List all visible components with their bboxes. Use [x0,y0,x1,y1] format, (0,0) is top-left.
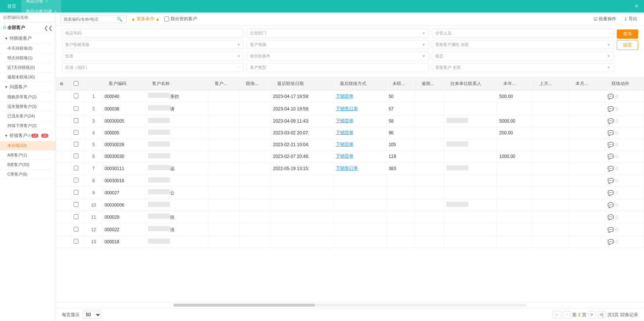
row-checkbox[interactable] [74,227,78,232]
row-checkbox[interactable] [74,166,78,170]
col-header-this_month[interactable]: ⋮本月... [569,78,605,90]
grid-action-icon[interactable]: ⁝⁝ [615,190,618,196]
next-page-btn[interactable]: > [588,311,596,318]
select-all-checkbox[interactable] [74,81,78,86]
col-header-contact[interactable]: ⋮联络... [239,78,271,90]
batch-operation-btn[interactable]: ☑ 批量操作 [591,15,619,23]
last-method-link[interactable]: 下销售订单 [336,166,358,171]
last-method-link[interactable]: 下销货单 [336,154,353,159]
grid-action-icon[interactable]: ⁝⁝ [615,106,618,112]
chat-icon[interactable]: 💬 [608,190,614,196]
col-header-code[interactable]: ⋮客户编码 [102,78,146,90]
row-checkbox-cell[interactable] [71,139,85,151]
col-header-action[interactable]: ⋮联络动作 [605,78,644,90]
grid-action-icon[interactable]: ⁝⁝ [615,166,618,172]
row-checkbox-cell[interactable] [71,175,85,187]
my-customers-checkbox[interactable] [164,17,169,21]
prev-page-btn[interactable]: < [563,311,571,318]
row-checkbox-cell[interactable] [71,103,85,115]
filter-field-2-2[interactable]: 状态▼ [432,52,614,61]
grid-action-icon[interactable]: ⁝⁝ [615,239,618,245]
grid-action-icon[interactable]: ⁝⁝ [615,118,618,124]
sidebar-item-_______3_[interactable]: 流失预警客户(3) [0,102,56,112]
row-checkbox[interactable] [74,142,78,147]
my-customers-filter[interactable]: 我分管的客户 [164,16,197,22]
row-checkbox[interactable] [74,214,78,219]
chat-icon[interactable]: 💬 [608,118,614,124]
tab-close-icon[interactable]: × [46,0,48,3]
col-header-this_year[interactable]: ⋮本年... [497,78,533,90]
sidebar-item-B____33_[interactable]: B类客户(33) [0,160,56,170]
last-method-link[interactable]: 下销售订单 [336,106,358,111]
row-checkbox[interactable] [74,178,78,183]
row-checkbox-cell[interactable] [71,236,85,248]
sidebar-item-_7_____0_[interactable]: 近7天待联络(0) [0,63,56,73]
row-checkbox[interactable] [74,239,78,244]
chat-icon[interactable]: 💬 [608,214,614,220]
grid-action-icon[interactable]: ⁝⁝ [615,142,618,148]
grid-action-icon[interactable]: ⁝⁝ [615,130,618,136]
chat-icon[interactable]: 💬 [608,202,614,208]
sidebar-item-____32_[interactable]: 未分组(32) [0,141,56,151]
nav-tab-analysis[interactable]: 商品分析× [21,0,61,6]
grid-action-icon[interactable]: ⁝⁝ [615,202,618,208]
horizontal-scroll-area[interactable] [56,302,644,308]
last-method-link[interactable]: 下销货单 [336,142,353,147]
row-checkbox-cell[interactable] [71,127,85,139]
filter-field-2-1[interactable]: 收付款条件▼ [247,52,429,61]
sidebar-group-value[interactable]: ▼价值客户↺1616 [0,131,56,141]
col-header-checkbox[interactable] [71,78,85,90]
scrollbar-thumb[interactable] [173,304,314,307]
sidebar-item-_______2_[interactable]: 囤购异常客户(2) [0,92,56,102]
sidebar-item-______30_[interactable]: 逾期未联络(30) [0,73,56,82]
row-checkbox[interactable] [74,94,78,98]
sidebar-item-______0_[interactable]: 今天待联络(0) [0,44,56,53]
filter-field-1-0[interactable]: 客户价格等级▼ [62,40,244,49]
page-size-select[interactable]: 50 100 200 [82,311,101,319]
sidebar-item-______24_[interactable]: 已流失客户(24) [0,112,56,121]
row-checkbox-cell[interactable] [71,90,85,103]
filter-search-input[interactable] [64,17,115,21]
collapse-icon[interactable]: ❮❮ [44,25,53,31]
chat-icon[interactable]: 💬 [608,130,614,136]
row-checkbox[interactable] [74,118,78,123]
sidebar-all-customers[interactable]: ⁝⁝ 全部客户 ❮❮ [0,22,56,33]
col-header-row_num[interactable]: ⋮ [85,78,102,90]
sidebar-item-A____1_[interactable]: A类客户(1) [0,151,56,160]
row-checkbox-cell[interactable] [71,223,85,236]
row-checkbox-cell[interactable] [71,162,85,175]
row-checkbox[interactable] [74,130,78,135]
close-all-icon[interactable]: × [632,3,641,10]
col-header-last_date[interactable]: ⋮最后联络日期 [271,78,333,90]
row-checkbox-cell[interactable] [71,211,85,223]
filter-search-box[interactable]: 🔍 [60,15,127,23]
filter-field-1-2[interactable]: 零散客户属性 全部▼ [432,40,614,49]
filter-field-0-0[interactable]: 电话号码 [62,29,244,38]
filter-field-3-0[interactable]: 区域（地区）··· [62,63,244,72]
row-checkbox[interactable] [74,154,78,158]
grid-action-icon[interactable]: ⁝⁝ [615,94,618,99]
last-method-link[interactable]: 下销货单 [336,118,353,123]
filter-field-0-1[interactable]: 分管部门▼ [247,29,429,38]
row-checkbox-cell[interactable] [71,187,85,199]
chat-icon[interactable]: 💬 [608,94,614,99]
reset-button[interactable]: 设置 [617,40,638,50]
grid-action-icon[interactable]: ⁝⁝ [615,178,618,184]
col-header-liaison[interactable]: ⋮往来单位联系人 [444,78,497,90]
sidebar-item-_______2_[interactable]: 持续下滑客户(2) [0,121,56,131]
last-page-btn[interactable]: >| [597,311,606,318]
chat-icon[interactable]: 💬 [608,178,614,184]
sidebar-item-C____6_[interactable]: C类客户(6) [0,170,56,179]
settings-icon[interactable]: ⚙ [60,81,64,87]
row-checkbox-cell[interactable] [71,115,85,127]
grid-action-icon[interactable]: ⁝⁝ [615,227,618,233]
chat-icon[interactable]: 💬 [608,239,614,245]
scrollbar-track[interactable] [173,304,526,307]
row-checkbox[interactable] [74,106,78,111]
sidebar-group-pending[interactable]: ▼待联络客户 [0,33,56,44]
row-checkbox-cell[interactable] [71,199,85,211]
sidebar-group-problem[interactable]: ▼问题客户 [0,82,56,92]
chat-icon[interactable]: 💬 [608,154,614,159]
first-page-btn[interactable]: |< [553,311,562,318]
chat-icon[interactable]: 💬 [608,227,614,233]
